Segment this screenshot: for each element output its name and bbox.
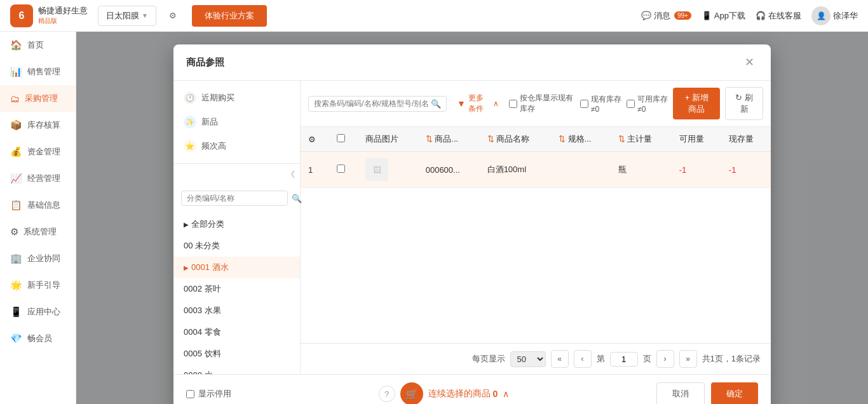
recent-purchase-icon: 🕐 xyxy=(184,91,196,104)
select-all-checkbox[interactable] xyxy=(337,134,345,142)
col-code[interactable]: ⇅ 商品... xyxy=(418,127,480,152)
app-download-item[interactable]: 📱 App下载 xyxy=(702,10,745,22)
nav-new-products[interactable]: ✨ 新品 xyxy=(173,110,300,134)
filter-icon: ▼ xyxy=(457,98,466,109)
category-item-drinks[interactable]: 0005 饮料 xyxy=(173,343,300,365)
sidebar-item-enterprise[interactable]: 🏢 企业协同 xyxy=(0,245,76,272)
nav-high-frequency[interactable]: ⭐ 频次高 xyxy=(173,134,300,158)
row-unit-cell: 瓶 xyxy=(611,152,672,188)
col-unit[interactable]: ⇅ 主计量 xyxy=(611,127,672,152)
logo-icon: 6 xyxy=(10,4,33,27)
page-prev-button[interactable]: ‹ xyxy=(574,350,592,368)
explore-button[interactable]: 体验行业方案 xyxy=(192,5,267,27)
product-search-input[interactable] xyxy=(314,99,428,108)
sidebar-item-appstore[interactable]: 📱 应用中心 xyxy=(0,299,76,325)
col-available: 可用量 xyxy=(672,127,721,152)
headset-icon: 🎧 xyxy=(756,11,766,20)
store-selector[interactable]: 日太阳膜 ▼ xyxy=(98,6,156,26)
enterprise-icon: 🏢 xyxy=(10,253,22,264)
sidebar-item-purchase[interactable]: 🗂 采购管理 xyxy=(0,85,76,112)
table-header-row: ⚙ 商品图片 ⇅ 商品... xyxy=(301,127,771,152)
checkbox-available-input[interactable] xyxy=(627,100,635,108)
checkbox-available-stock[interactable]: 可用库存≠0 xyxy=(627,94,668,114)
online-service-item[interactable]: 🎧 在线客服 xyxy=(756,10,801,22)
sidebar: 🏠 首页 📊 销售管理 🗂 采购管理 📦 库存核算 💰 资金管理 📈 经营管理 … xyxy=(0,32,76,404)
top-nav: 6 畅捷通好生意 精品版 日太阳膜 ▼ ⚙ 体验行业方案 💬 消息 99+ 📱 … xyxy=(0,0,868,32)
content-area: 商品参照 ✕ 🕐 近期购买 ✨ 新 xyxy=(76,32,868,404)
checkbox-warehouse-stock[interactable]: 按仓库显示现有库存 xyxy=(509,93,575,114)
row-checkbox-cell[interactable] xyxy=(329,152,358,188)
row-checkbox[interactable] xyxy=(337,165,345,173)
col-spec[interactable]: ⇅ 规格... xyxy=(551,127,611,152)
nav-right: 💬 消息 99+ 📱 App下载 🎧 在线客服 👤 徐泽华 xyxy=(641,6,858,25)
notification-item[interactable]: 💬 消息 99+ xyxy=(641,10,691,22)
guide-icon: 🌟 xyxy=(10,279,22,291)
sidebar-item-operations[interactable]: 📈 经营管理 xyxy=(0,165,76,192)
caret-alcohol-icon: ▶ xyxy=(184,264,189,271)
system-icon: ⚙ xyxy=(10,226,18,238)
col-name[interactable]: ⇅ 商品名称 xyxy=(480,127,551,152)
col-image: 商品图片 xyxy=(358,127,417,152)
modal-body: 🕐 近期购买 ✨ 新品 ⭐ 频次高 xyxy=(173,81,771,374)
page-next-button[interactable]: › xyxy=(656,350,674,368)
collapse-left-button[interactable]: 《 xyxy=(173,164,300,185)
add-product-button[interactable]: + 新增商品 xyxy=(673,88,720,119)
phone-icon: 📱 xyxy=(702,11,712,20)
col-checkbox[interactable] xyxy=(329,127,358,152)
modal-footer: 显示停用 ? 🛒 连续选择的商品 0 ∧ 取消 xyxy=(173,374,771,404)
display-disabled-checkbox[interactable]: 显示停用 xyxy=(186,388,231,400)
sidebar-item-finance[interactable]: 💰 资金管理 xyxy=(0,138,76,165)
sidebar-item-home[interactable]: 🏠 首页 xyxy=(0,32,76,58)
filter-button[interactable]: ▼ 更多条件 ∧ xyxy=(452,90,504,117)
col-settings[interactable]: ⚙ xyxy=(301,127,329,152)
modal-left-nav: 🕐 近期购买 ✨ 新品 ⭐ 频次高 xyxy=(173,81,300,164)
product-search-icon[interactable]: 🔍 xyxy=(431,99,441,109)
cancel-button[interactable]: 取消 xyxy=(656,382,705,404)
confirm-button[interactable]: 确定 xyxy=(711,382,758,404)
image-placeholder-icon: 🖼 xyxy=(373,165,381,175)
checkbox-nonzero-input[interactable] xyxy=(580,100,588,108)
filter-caret-icon: ∧ xyxy=(493,99,499,108)
sidebar-item-member[interactable]: 💎 畅会员 xyxy=(0,325,76,352)
refresh-button[interactable]: ↻ 刷新 xyxy=(725,87,763,120)
cart-button[interactable]: 🛒 xyxy=(400,382,423,404)
settings-icon[interactable]: ⚙ xyxy=(161,4,184,27)
category-item-uncategorized[interactable]: 00 未分类 xyxy=(173,235,300,257)
page-number-input[interactable] xyxy=(610,352,638,367)
nav-recent-purchase[interactable]: 🕐 近期购买 xyxy=(173,86,300,110)
col-stock: 现存量 xyxy=(721,127,771,152)
notification-badge: 99+ xyxy=(674,11,691,20)
modal-title: 商品参照 xyxy=(186,57,224,69)
sort-icon-spec: ⇅ xyxy=(559,134,566,144)
sidebar-item-guide[interactable]: 🌟 新手引导 xyxy=(0,272,76,299)
modal-left-panel: 🕐 近期购买 ✨ 新品 ⭐ 频次高 xyxy=(173,81,301,374)
category-item-alcohol[interactable]: ▶ 0001 酒水 xyxy=(173,257,300,278)
footer-collapse-button[interactable]: ∧ xyxy=(503,389,509,399)
page-first-button[interactable]: « xyxy=(551,350,569,368)
category-item-snacks[interactable]: 0004 零食 xyxy=(173,321,300,343)
category-item-tea[interactable]: 0002 茶叶 xyxy=(173,278,300,300)
page-last-button[interactable]: » xyxy=(679,350,697,368)
category-item-all[interactable]: ▶ 全部分类 xyxy=(173,213,300,235)
sidebar-item-sales[interactable]: 📊 销售管理 xyxy=(0,58,76,85)
product-reference-modal: 商品参照 ✕ 🕐 近期购买 ✨ 新 xyxy=(173,44,771,404)
display-disabled-input[interactable] xyxy=(186,390,194,398)
sidebar-item-system[interactable]: ⚙ 系统管理 xyxy=(0,219,76,245)
checkbox-nonzero-stock[interactable]: 现有库存≠0 xyxy=(580,94,621,114)
user-item[interactable]: 👤 徐泽华 xyxy=(811,6,858,25)
notification-icon: 💬 xyxy=(641,11,651,20)
sidebar-item-inventory[interactable]: 📦 库存核算 xyxy=(0,112,76,138)
help-button[interactable]: ? xyxy=(379,386,395,402)
category-item-water[interactable]: 0008 水 xyxy=(173,365,300,374)
table-row[interactable]: 1 🖼 xyxy=(301,152,771,188)
category-search-input[interactable] xyxy=(181,191,288,206)
checkbox-warehouse-input[interactable] xyxy=(509,100,517,108)
category-item-fruit[interactable]: 0003 水果 xyxy=(173,300,300,321)
page-size-select[interactable]: 50 10 20 100 xyxy=(510,351,546,367)
row-stock-cell: -1 xyxy=(721,152,771,188)
sort-icon-name: ⇅ xyxy=(487,134,494,144)
sort-icon-code: ⇅ xyxy=(426,134,433,144)
sidebar-item-basic-info[interactable]: 📋 基础信息 xyxy=(0,192,76,219)
row-available-cell: -1 xyxy=(672,152,721,188)
modal-close-button[interactable]: ✕ xyxy=(740,53,758,71)
